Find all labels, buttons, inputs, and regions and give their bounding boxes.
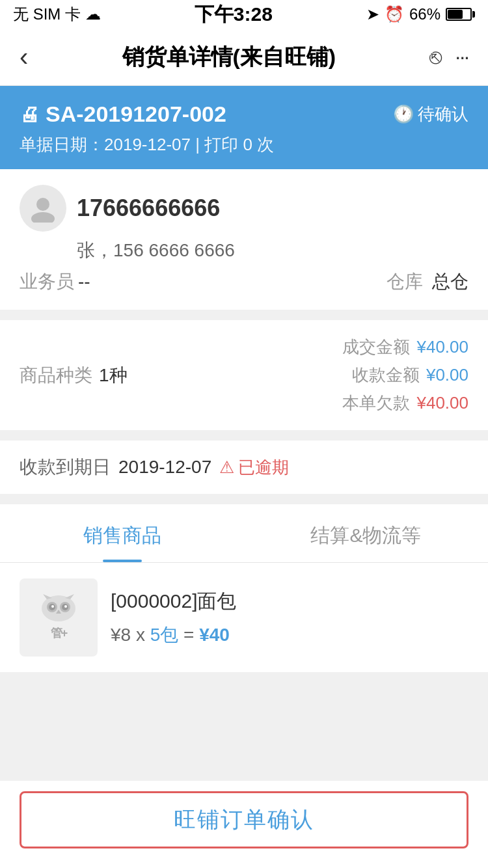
svg-point-2 <box>42 595 75 621</box>
status-bar: 无 SIM 卡 ☁ 下午3:28 ➤ ⏰ 66% <box>0 0 488 29</box>
share-icon[interactable]: ⎋ <box>429 45 442 69</box>
customer-meta: 业务员 -- 仓库 总仓 <box>20 269 468 294</box>
more-icon[interactable]: ··· <box>455 45 468 69</box>
summary-section: 商品种类 1种 成交金额 ¥40.00 收款金额 ¥0.00 本单欠款 ¥40.… <box>0 320 488 430</box>
overdue-text: 已逾期 <box>238 456 289 479</box>
confirm-wangpu-button[interactable]: 旺铺订单确认 <box>20 791 468 848</box>
status-right: ➤ ⏰ 66% <box>366 5 475 23</box>
due-section: 收款到期日 2019-12-07 ⚠ 已逾期 <box>0 441 488 494</box>
order-date: 单据日期：2019-12-07 | 打印 0 次 <box>20 133 468 156</box>
nav-right: ⎋ ··· <box>429 45 468 69</box>
bottom-bar: 旺铺订单确认 <box>0 781 488 868</box>
nav-left: ‹ <box>20 42 28 72</box>
svg-point-0 <box>36 198 49 211</box>
tabs-section: 销售商品 结算&物流等 <box>0 504 488 672</box>
clock-icon: 🕐 <box>393 104 414 124</box>
location-icon: ➤ <box>366 5 379 23</box>
brand-plus: 管+ <box>51 625 67 641</box>
sales-label: 业务员 <box>20 269 74 294</box>
warning-icon: ⚠ <box>219 457 234 478</box>
svg-point-7 <box>51 605 54 608</box>
overdue-badge: ⚠ 已逾期 <box>219 456 289 479</box>
warehouse-label: 仓库 <box>386 269 423 294</box>
owed-value: ¥40.00 <box>416 393 468 413</box>
product-total: ¥40 <box>199 625 230 645</box>
page-title: 销货单详情(来自旺铺) <box>122 42 336 72</box>
product-name: [0000002]面包 <box>111 588 468 615</box>
order-header: 🖨 SA-20191207-002 🕐 待确认 单据日期：2019-12-07 … <box>0 86 488 169</box>
due-label: 收款到期日 <box>20 455 111 480</box>
warehouse-value: 总仓 <box>432 269 468 294</box>
multiply-sign: x <box>136 625 150 645</box>
sales-value: -- <box>78 271 90 292</box>
battery-icon <box>446 8 475 21</box>
no-sim-text: 无 SIM 卡 ☁ <box>13 4 101 25</box>
amount-label: 成交金额 <box>342 336 410 359</box>
tab-sales-product[interactable]: 销售商品 <box>0 504 244 562</box>
order-status: 🕐 待确认 <box>393 103 468 126</box>
received-label: 收款金额 <box>352 364 420 387</box>
product-thumbnail: 管+ <box>20 578 98 657</box>
battery-text: 66% <box>409 5 441 23</box>
svg-point-1 <box>31 212 55 223</box>
customer-phone: 17666666666 <box>77 195 220 222</box>
alarm-icon: ⏰ <box>385 5 404 23</box>
warehouse-info: 仓库 总仓 <box>386 269 468 294</box>
owed-label: 本单欠款 <box>342 392 410 414</box>
product-info: [0000002]面包 ¥8 x 5包 = ¥40 <box>111 588 468 647</box>
svg-point-8 <box>64 605 67 608</box>
nav-bar: ‹ 销货单详情(来自旺铺) ⎋ ··· <box>0 29 488 86</box>
tab-settlement[interactable]: 结算&物流等 <box>244 504 488 562</box>
customer-name: 张，156 6666 6666 <box>20 238 468 263</box>
customer-section: 17666666666 张，156 6666 6666 业务员 -- 仓库 总仓 <box>0 169 488 310</box>
product-item: 管+ [0000002]面包 ¥8 x 5包 = ¥40 <box>20 578 468 657</box>
order-icon: 🖨 <box>20 103 39 126</box>
status-left: 无 SIM 卡 ☁ <box>13 4 101 25</box>
back-button[interactable]: ‹ <box>20 42 28 72</box>
status-time: 下午3:28 <box>195 1 273 28</box>
order-id: 🖨 SA-20191207-002 <box>20 102 226 127</box>
category-label: 商品种类 <box>20 363 92 388</box>
amount-value: ¥40.00 <box>416 337 468 357</box>
equals-sign: = <box>183 625 199 645</box>
received-value: ¥0.00 <box>426 365 468 385</box>
product-price: ¥8 x 5包 = ¥40 <box>111 623 468 647</box>
product-qty: 5包 <box>150 625 179 645</box>
category-value: 1种 <box>99 363 128 388</box>
product-section: 管+ [0000002]面包 ¥8 x 5包 = ¥40 <box>0 563 488 672</box>
tabs-header: 销售商品 结算&物流等 <box>0 504 488 563</box>
due-date: 2019-12-07 <box>118 457 211 478</box>
avatar <box>20 185 66 232</box>
price-unit: ¥8 <box>111 625 131 645</box>
